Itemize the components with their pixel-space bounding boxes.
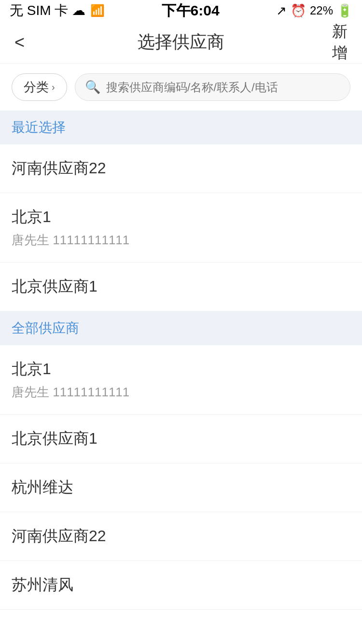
back-icon: <: [14, 32, 25, 52]
item-name: 北京供应商1: [12, 276, 350, 297]
status-bar: 无 SIM 卡 ☁ 📶 下午6:04 ↗ ⏰ 22% 🔋: [0, 0, 362, 21]
wifi-icon: 📶: [90, 4, 105, 17]
search-box[interactable]: 🔍: [75, 73, 350, 101]
sim-status: 无 SIM 卡 ☁: [10, 1, 85, 20]
battery: 22%: [310, 4, 333, 17]
item-name: 杭州维达: [12, 477, 350, 498]
status-left: 无 SIM 卡 ☁ 📶: [10, 1, 105, 20]
nav-bar: < 选择供应商 新增: [0, 21, 362, 64]
category-label: 分类: [24, 79, 49, 96]
list-item[interactable]: 北京供应商1: [0, 415, 362, 463]
status-right: ↗ ⏰ 22% 🔋: [276, 3, 352, 18]
all-list: 北京1 唐先生 11111111111 北京供应商1 杭州维达 河南供应商22 …: [0, 345, 362, 610]
category-button[interactable]: 分类 ›: [12, 73, 67, 101]
item-name: 北京1: [12, 207, 350, 228]
list-item[interactable]: 北京1 唐先生 11111111111: [0, 193, 362, 263]
item-name: 河南供应商22: [12, 158, 350, 179]
page-title: 选择供应商: [43, 30, 319, 54]
list-item[interactable]: 杭州维达: [0, 463, 362, 512]
all-section-header: 全部供应商: [0, 311, 362, 345]
item-sub: 唐先生 11111111111: [12, 232, 350, 249]
item-name: 北京1: [12, 359, 350, 380]
battery-icon: 🔋: [337, 3, 352, 18]
back-button[interactable]: <: [14, 32, 43, 53]
alarm-icon: ⏰: [291, 3, 306, 18]
recent-list: 河南供应商22 北京1 唐先生 11111111111 北京供应商1: [0, 144, 362, 311]
time: 下午6:04: [162, 1, 220, 21]
list-item[interactable]: 北京1 唐先生 11111111111: [0, 345, 362, 415]
list-item[interactable]: 河南供应商22: [0, 512, 362, 561]
filter-bar: 分类 › 🔍: [0, 64, 362, 111]
location-icon: ↗: [276, 3, 287, 18]
recent-section-header: 最近选择: [0, 111, 362, 144]
item-sub: 唐先生 11111111111: [12, 384, 350, 401]
item-name: 北京供应商1: [12, 428, 350, 449]
item-name: 河南供应商22: [12, 526, 350, 547]
chevron-right-icon: ›: [52, 82, 55, 93]
search-input[interactable]: [106, 81, 340, 94]
list-item[interactable]: 北京供应商1: [0, 263, 362, 311]
search-icon: 🔍: [85, 80, 100, 95]
list-item[interactable]: 苏州清风: [0, 561, 362, 610]
item-name: 苏州清风: [12, 574, 350, 596]
list-item[interactable]: 河南供应商22: [0, 144, 362, 193]
add-button[interactable]: 新增: [319, 21, 348, 64]
